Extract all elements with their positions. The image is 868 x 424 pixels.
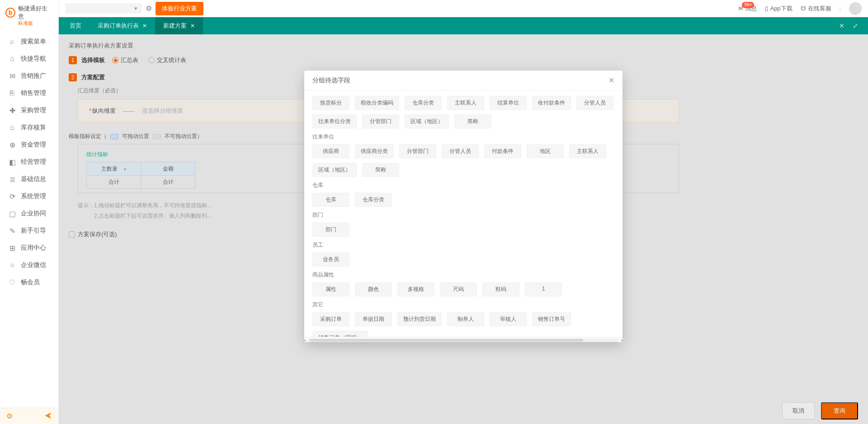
menu-icon: ⎘ — [8, 89, 16, 97]
field-chip[interactable]: 地区 — [527, 144, 564, 158]
sidebar-item[interactable]: ✎新手引导 — [0, 222, 58, 239]
menu-icon: ⌂ — [8, 124, 16, 132]
field-group: 往来单位供应商供应商分类分管部门分管人员付款条件地区主联系人 — [312, 133, 614, 158]
sidebar-item[interactable]: ▢企业协同 — [0, 205, 58, 222]
tab-fullscreen-icon[interactable]: ⤢ — [850, 19, 861, 32]
field-chip[interactable]: 区域（地区） — [405, 114, 449, 129]
online-service-button[interactable]: ☋ 在线客服 — [801, 5, 831, 13]
field-chip[interactable]: 收付款条件 — [532, 96, 571, 110]
tab-close-icon[interactable]: ✕ — [142, 23, 147, 29]
field-chip[interactable]: 审核人 — [490, 312, 527, 326]
menu-icon: ⌕ — [8, 38, 16, 46]
field-group: 商品属性属性颜色多规格尺码鞋码1 — [312, 271, 614, 296]
field-chip[interactable]: 供应商 — [312, 144, 349, 158]
sidebar-item[interactable]: ⟳系统管理 — [0, 188, 58, 205]
field-chip[interactable]: 分管部门 — [362, 114, 399, 129]
tab[interactable]: 新建方案✕ — [155, 17, 203, 34]
sidebar-item-label: 企业微信 — [21, 261, 46, 269]
sidebar-item[interactable]: ✚采购管理 — [0, 102, 58, 119]
field-chip[interactable]: 单据日期 — [355, 312, 392, 326]
field-chip[interactable]: 主联系人 — [447, 96, 484, 110]
field-chip[interactable]: 业务员 — [312, 252, 349, 267]
field-chip[interactable]: 鞋码 — [482, 282, 519, 296]
messages-button[interactable]: ✉ 消息 99+ — [738, 5, 757, 13]
modal-close-icon[interactable]: ✕ — [609, 76, 614, 85]
field-chip[interactable]: 税收分类编码 — [355, 96, 399, 110]
app-download-button[interactable]: ▯ App下载 — [765, 5, 792, 13]
field-chip[interactable]: 简称 — [454, 114, 491, 129]
field-group: 部门部门 — [312, 211, 614, 237]
scroll-right-icon[interactable]: ▸ — [621, 338, 623, 343]
tab[interactable]: 首页 — [61, 17, 90, 34]
user-avatar[interactable] — [849, 2, 862, 15]
tenant-selector[interactable]: ▾ — [65, 3, 142, 14]
collapse-icon[interactable]: ⮜ — [45, 412, 52, 420]
online-service-label: 在线客服 — [808, 5, 831, 13]
field-chip[interactable]: 属性 — [312, 282, 349, 296]
industry-cta-button[interactable]: 体验行业方案 — [156, 2, 203, 15]
tab[interactable]: 采购订单执行表✕ — [90, 17, 155, 34]
field-chip[interactable]: 分管部门 — [399, 144, 436, 158]
brand-block: b 畅捷通好生意 标准版 — [0, 0, 58, 29]
app-download-label: App下载 — [770, 5, 792, 13]
field-chip[interactable]: 仓库 — [312, 193, 349, 207]
sidebar-item[interactable]: ⌂库存核算 — [0, 119, 58, 136]
field-picker-modal: 分组待选字段 ✕ 拣货标分税收分类编码仓库分类主联系人结算单位收付款条件分管人员… — [304, 71, 623, 342]
tenant-settings-icon[interactable]: ⚙ — [146, 4, 152, 13]
modal-overlay[interactable]: 分组待选字段 ✕ 拣货标分税收分类编码仓库分类主联系人结算单位收付款条件分管人员… — [59, 34, 868, 424]
sidebar-item[interactable]: ⌕搜索菜单 — [0, 33, 58, 50]
field-chip[interactable]: 销售订单号 — [532, 312, 571, 326]
field-chip[interactable]: 往来单位分类 — [312, 114, 357, 129]
field-chip[interactable]: 结算单位 — [490, 96, 527, 110]
sidebar-item[interactable]: ⎘销售管理 — [0, 85, 58, 102]
sidebar-item[interactable]: ⊞应用中心 — [0, 239, 58, 257]
modal-hscroll[interactable]: ◂ ▸ — [304, 337, 623, 342]
field-chip[interactable]: 预计到货日期 — [397, 312, 442, 326]
menu-icon: ✎ — [8, 227, 16, 235]
field-chip[interactable]: 拣货标分 — [312, 96, 349, 110]
headset-icon: ☋ — [801, 5, 806, 12]
field-chip[interactable]: 采购订单 — [312, 312, 349, 326]
field-chip[interactable]: 区域（地区） — [312, 163, 357, 177]
field-chip[interactable]: 销售订单（明细） — [312, 331, 368, 337]
tab-close-all-icon[interactable]: ✕ — [836, 19, 847, 32]
sidebar-item[interactable]: ✉营销推广 — [0, 67, 58, 85]
tab-close-icon[interactable]: ✕ — [190, 23, 195, 29]
field-chip[interactable]: 分管人员 — [442, 144, 479, 158]
field-chip[interactable]: 颜色 — [355, 282, 392, 296]
field-chip[interactable]: 仓库分类 — [355, 193, 392, 207]
field-chip[interactable]: 付款条件 — [484, 144, 521, 158]
phone-icon: ▯ — [765, 5, 768, 12]
sidebar-item[interactable]: ⊕资金管理 — [0, 136, 58, 153]
sidebar-item[interactable]: ○企业微信 — [0, 257, 58, 274]
field-group-title: 商品属性 — [312, 271, 614, 279]
scroll-thumb[interactable] — [310, 339, 583, 342]
settings-icon[interactable]: ⚙ — [6, 412, 13, 420]
brand-edition: 标准版 — [18, 20, 53, 27]
field-chip[interactable]: 多规格 — [397, 282, 434, 296]
sidebar-item[interactable]: ≣基础信息 — [0, 171, 58, 188]
sidebar-item-label: 新手引导 — [21, 227, 46, 235]
menu-icon: ⊞ — [8, 244, 16, 252]
field-chip[interactable]: 供应商分类 — [355, 144, 394, 158]
field-chip[interactable]: 主联系人 — [569, 144, 606, 158]
modal-body[interactable]: 拣货标分税收分类编码仓库分类主联系人结算单位收付款条件分管人员往来单位分类分管部… — [304, 91, 623, 337]
field-chip[interactable]: 1 — [525, 282, 562, 296]
scroll-left-icon[interactable]: ◂ — [303, 338, 306, 343]
brand-logo-icon: b — [5, 8, 15, 18]
field-chip[interactable]: 仓库分类 — [405, 96, 442, 110]
sidebar-item[interactable]: ◧经营管理 — [0, 153, 58, 171]
field-chip[interactable]: 简称 — [362, 163, 399, 177]
field-group: 区域（地区）简称 — [312, 163, 614, 177]
menu-icon: ≣ — [8, 175, 16, 183]
field-chip[interactable]: 部门 — [312, 223, 349, 237]
sidebar-item[interactable]: ⌂快捷导航 — [0, 50, 58, 67]
sidebar-item-label: 采购管理 — [21, 106, 46, 114]
field-chip[interactable]: 尺码 — [440, 282, 477, 296]
menu-icon: ⊕ — [8, 141, 16, 149]
field-chip[interactable]: 制单人 — [447, 312, 484, 326]
sidebar-item[interactable]: ♡畅会员 — [0, 274, 58, 291]
sidebar-item-label: 营销推广 — [21, 72, 46, 80]
field-group-title: 仓库 — [312, 181, 614, 189]
field-chip[interactable]: 分管人员 — [576, 96, 613, 110]
